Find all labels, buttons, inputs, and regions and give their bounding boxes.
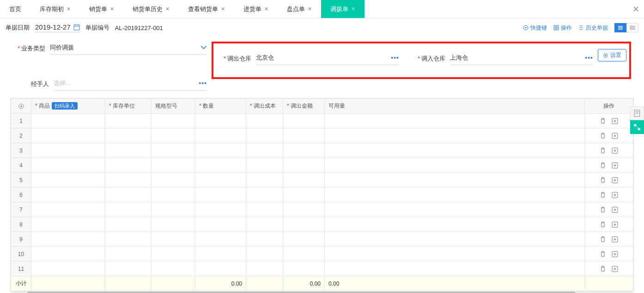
cell-cost[interactable]	[246, 143, 283, 158]
cell-unit[interactable]	[105, 114, 152, 128]
cell-unit[interactable]	[105, 232, 152, 247]
cell-product[interactable]	[31, 128, 105, 143]
add-row-icon[interactable]	[612, 221, 618, 228]
close-icon[interactable]: ✕	[110, 6, 114, 12]
cell-avail[interactable]	[325, 217, 585, 232]
cell-unit[interactable]	[105, 128, 152, 143]
scan-badge[interactable]: 扫码录入	[52, 102, 78, 110]
cell-unit[interactable]	[105, 202, 152, 217]
cell-spec[interactable]	[152, 158, 195, 173]
table-row[interactable]: 2	[11, 128, 633, 143]
cell-product[interactable]	[31, 217, 105, 232]
tab-stocktake[interactable]: 盘点单✕	[278, 0, 321, 18]
tab-purchase[interactable]: 进货单✕	[234, 0, 278, 18]
tab-view-sales[interactable]: 查看销货单✕	[179, 0, 234, 18]
cell-spec[interactable]	[152, 202, 195, 217]
side-notes-button[interactable]	[630, 106, 644, 120]
cell-cost[interactable]	[246, 202, 283, 217]
cell-amount[interactable]	[283, 128, 325, 143]
cell-avail[interactable]	[325, 188, 585, 202]
add-row-icon[interactable]	[612, 207, 618, 213]
add-row-icon[interactable]	[612, 192, 618, 198]
side-expand-button[interactable]	[630, 120, 644, 134]
cell-product[interactable]	[31, 232, 105, 247]
cell-amount[interactable]	[283, 173, 325, 188]
delete-row-icon[interactable]	[600, 266, 606, 272]
delete-row-icon[interactable]	[600, 177, 606, 183]
cell-unit[interactable]	[105, 143, 152, 158]
more-icon[interactable]: •••	[391, 54, 399, 61]
cell-avail[interactable]	[325, 202, 585, 217]
delete-row-icon[interactable]	[600, 207, 606, 213]
table-row[interactable]: 6	[11, 188, 633, 202]
cell-qty[interactable]	[195, 143, 246, 158]
tab-sales[interactable]: 销货单✕	[80, 0, 123, 18]
delete-row-icon[interactable]	[600, 118, 606, 124]
close-icon[interactable]: ✕	[351, 6, 355, 12]
delete-row-icon[interactable]	[600, 147, 606, 154]
close-icon[interactable]: ✕	[221, 6, 225, 12]
cell-amount[interactable]	[283, 188, 325, 202]
add-row-icon[interactable]	[612, 118, 618, 124]
delete-row-icon[interactable]	[600, 236, 606, 243]
cell-cost[interactable]	[246, 217, 283, 232]
tab-home[interactable]: 首页	[0, 0, 30, 18]
more-icon[interactable]: •••	[199, 79, 207, 87]
history-link[interactable]: 历史单据	[578, 24, 608, 32]
actions-link[interactable]: 操作	[553, 24, 572, 32]
cell-unit[interactable]	[105, 173, 152, 188]
delete-row-icon[interactable]	[600, 221, 606, 228]
cell-unit[interactable]	[105, 262, 152, 276]
cell-avail[interactable]	[325, 158, 585, 173]
cell-cost[interactable]	[246, 128, 283, 143]
more-icon[interactable]: •••	[585, 54, 593, 61]
close-icon[interactable]: ✕	[308, 6, 312, 12]
cell-avail[interactable]	[325, 143, 585, 158]
close-icon[interactable]: ✕	[67, 6, 71, 12]
cell-amount[interactable]	[283, 232, 325, 247]
cell-product[interactable]	[31, 158, 105, 173]
biz-type-input[interactable]: 同价调拨	[50, 42, 207, 55]
cell-spec[interactable]	[152, 262, 195, 276]
shortcut-link[interactable]: 快捷键	[523, 24, 547, 32]
cell-qty[interactable]	[195, 128, 246, 143]
cell-amount[interactable]	[283, 262, 325, 276]
cell-cost[interactable]	[246, 262, 283, 276]
cell-cost[interactable]	[246, 158, 283, 173]
table-row[interactable]: 10	[11, 247, 633, 262]
add-row-icon[interactable]	[612, 133, 618, 139]
cell-spec[interactable]	[152, 173, 195, 188]
handler-input[interactable]: 选择... •••	[54, 77, 207, 91]
table-row[interactable]: 8	[11, 217, 633, 232]
cell-spec[interactable]	[152, 188, 195, 202]
add-row-icon[interactable]	[612, 177, 618, 183]
cell-product[interactable]	[31, 262, 105, 276]
tab-transfer[interactable]: 调拨单✕	[321, 0, 365, 18]
view-list-button[interactable]	[614, 23, 626, 32]
cell-avail[interactable]	[325, 173, 585, 188]
cell-unit[interactable]	[105, 188, 152, 202]
add-row-icon[interactable]	[612, 147, 618, 154]
cell-cost[interactable]	[246, 114, 283, 128]
table-row[interactable]: 7	[11, 202, 633, 217]
cell-qty[interactable]	[195, 247, 246, 262]
close-icon[interactable]: ✕	[264, 6, 268, 12]
cell-unit[interactable]	[105, 158, 152, 173]
cell-qty[interactable]	[195, 202, 246, 217]
delete-row-icon[interactable]	[600, 162, 606, 169]
delete-row-icon[interactable]	[600, 133, 606, 139]
close-icon[interactable]: ✕	[165, 6, 170, 12]
cell-product[interactable]	[31, 114, 105, 128]
cell-unit[interactable]	[105, 247, 152, 262]
delete-row-icon[interactable]	[600, 251, 606, 257]
table-row[interactable]: 1	[11, 114, 633, 128]
cell-qty[interactable]	[195, 188, 246, 202]
cell-product[interactable]	[31, 143, 105, 158]
cell-cost[interactable]	[246, 188, 283, 202]
cell-spec[interactable]	[152, 217, 195, 232]
tab-inventory-init[interactable]: 库存期初✕	[30, 0, 80, 18]
cell-qty[interactable]	[195, 173, 246, 188]
table-row[interactable]: 4	[11, 158, 633, 173]
table-row[interactable]: 11	[11, 262, 633, 276]
view-grid-button[interactable]	[626, 23, 638, 32]
